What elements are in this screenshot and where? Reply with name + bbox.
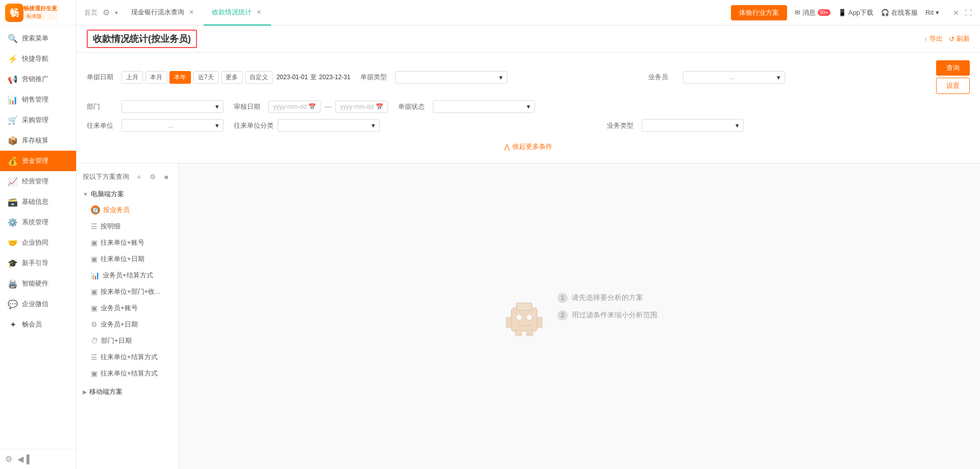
- scheme-item-by-counterpart-dept[interactable]: ▣ 按来单位+部门+收...: [77, 284, 178, 300]
- refresh-btn[interactable]: ↺ 刷新: [949, 34, 970, 43]
- sidebar-item-finance[interactable]: 💰 资金管理: [0, 151, 76, 171]
- date-btn-this-year[interactable]: 本年: [169, 71, 191, 84]
- sidebar-label-inventory: 库存核算: [22, 136, 48, 145]
- headset-icon: 🎧: [881, 9, 889, 16]
- sidebar-item-search[interactable]: 🔍 搜索菜单: [0, 28, 76, 49]
- scheme-item-counterpart-date[interactable]: ▣ 往来单位+日期: [77, 251, 178, 267]
- scheme-item-counterpart-settlement1[interactable]: ☰ 往来单位+结算方式: [77, 349, 178, 365]
- empty-hint-1: 1 请先选择要分析的方案: [557, 293, 657, 303]
- trial-btn[interactable]: 体验行业方案: [731, 5, 787, 20]
- dept-date-icon: ⏱: [91, 337, 98, 345]
- counterpart-settlement2-icon: ▣: [91, 369, 97, 378]
- sidebar-item-marketing[interactable]: 📢 营销推广: [0, 69, 76, 89]
- sidebar-item-hardware[interactable]: 🖨️ 智能硬件: [0, 273, 76, 294]
- svg-point-5: [526, 314, 532, 320]
- review-date-to[interactable]: yyyy-mm-dd 📅: [335, 101, 387, 113]
- filter-row-2: 部门 ▾ 审核日期 yyyy-mm-dd 📅 — yyyy-mm-dd 📅: [87, 100, 970, 113]
- salesperson-account-icon: ▣: [91, 304, 97, 312]
- counterpart-select[interactable]: ... ▾: [121, 119, 224, 132]
- date-to: 2023-12-31: [319, 74, 350, 81]
- scheme-item-counterpart-settlement2[interactable]: ▣ 往来单位+结算方式: [77, 365, 178, 382]
- scheme-add-icon[interactable]: +: [133, 171, 144, 182]
- app-download-btn[interactable]: 📱 App下载: [838, 8, 873, 17]
- messages-btn[interactable]: ✉ 消息 99+: [795, 8, 830, 17]
- sidebar-item-purchase[interactable]: 🛒 采购管理: [0, 110, 76, 130]
- date-btn-this-month[interactable]: 本月: [145, 71, 167, 84]
- review-date-from[interactable]: yyyy-mm-dd 📅: [268, 101, 321, 113]
- counterpart-category-select[interactable]: ▾: [278, 119, 380, 132]
- sidebar-item-enterprise[interactable]: 🤝 企业协同: [0, 232, 76, 253]
- settings-button[interactable]: 设置: [936, 78, 970, 94]
- collapse-filter-btn[interactable]: ⋀ 收起更多条件: [87, 138, 970, 155]
- scheme-item-label-salesperson: 按业务员: [103, 205, 130, 215]
- scheme-item-counterpart-account[interactable]: ▣ 往来单位+账号: [77, 235, 178, 251]
- counterpart-more[interactable]: ...: [166, 122, 175, 129]
- collapse-row: ⋀ 收起更多条件: [87, 138, 970, 155]
- window-close-icon[interactable]: ✕: [952, 9, 960, 17]
- svg-rect-9: [527, 330, 533, 336]
- dept-select[interactable]: ▾: [121, 100, 224, 113]
- sidebar-item-guide[interactable]: 🎓 新手引导: [0, 253, 76, 273]
- tab-bank-close[interactable]: ✕: [187, 8, 195, 16]
- doc-status-select[interactable]: ▾: [433, 100, 535, 113]
- scheme-item-salesperson-account[interactable]: ▣ 业务员+账号: [77, 300, 178, 316]
- scheme-collapse-icon[interactable]: «: [161, 171, 172, 182]
- breadcrumb-home[interactable]: 首页: [84, 8, 97, 17]
- date-btn-last-month[interactable]: 上月: [121, 71, 143, 84]
- sidebar-item-wechat[interactable]: 💬 企业微信: [0, 294, 76, 314]
- header-settings-icon[interactable]: ⚙: [103, 8, 110, 17]
- logo-area: 畅 畅捷通好生意 标准版: [0, 0, 76, 26]
- sidebar-label-purchase: 采购管理: [22, 115, 48, 125]
- scheme-group-desktop: ▼ 电脑端方案 🔄 按业务员 ☰ 按明细 ▣ 往来单位+账号: [77, 186, 178, 382]
- date-btn-more[interactable]: 更多: [221, 71, 242, 84]
- scheme-item-dept-date[interactable]: ⏱ 部门+日期: [77, 333, 178, 349]
- query-btn-group: 查询 设置: [936, 60, 970, 94]
- scheme-group-mobile-header[interactable]: ▶ 移动端方案: [77, 384, 178, 400]
- sidebar-item-inventory[interactable]: 📦 库存核算: [0, 130, 76, 151]
- tab-collection-close[interactable]: ✕: [255, 8, 263, 16]
- tab-bank[interactable]: 现金银行流水查询 ✕: [123, 0, 204, 26]
- scheme-group-desktop-header[interactable]: ▼ 电脑端方案: [77, 186, 178, 202]
- date-btn-7days[interactable]: 近7天: [193, 71, 218, 84]
- quicknav-icon: ⚡: [8, 54, 18, 64]
- scheme-item-salesperson-date[interactable]: ⚙ 业务员+日期: [77, 316, 178, 333]
- sidebar-item-member[interactable]: ✦ 畅会员: [0, 314, 76, 335]
- sidebar-item-sales[interactable]: 📊 销售管理: [0, 89, 76, 110]
- header-dropdown-icon[interactable]: ▾: [115, 9, 118, 16]
- filter-date: 单据日期 上月 本月 本年 近7天 更多 自定义 2023-01-01 至 20…: [87, 71, 350, 84]
- sidebar-item-operations[interactable]: 📈 经营管理: [0, 171, 76, 192]
- svg-rect-3: [517, 303, 532, 311]
- svg-rect-6: [506, 317, 511, 327]
- sidebar-label-enterprise: 企业协同: [22, 238, 48, 247]
- header-tab-list: 现金银行流水查询 ✕ 收款情况统计 ✕: [123, 0, 271, 26]
- sidebar-item-basic[interactable]: 🗃️ 基础信息: [0, 192, 76, 212]
- sidebar-label-search: 搜索菜单: [22, 34, 48, 43]
- tab-collection[interactable]: 收款情况统计 ✕: [204, 0, 271, 26]
- salesperson-more[interactable]: ...: [728, 74, 737, 81]
- sidebar-item-system[interactable]: ⚙️ 系统管理: [0, 212, 76, 232]
- scheme-settings-icon[interactable]: ⚙: [147, 171, 158, 182]
- active-indicator: 🔄: [91, 205, 100, 215]
- purchase-icon: 🛒: [8, 115, 18, 125]
- scheme-item-by-salesperson[interactable]: 🔄 按业务员: [77, 202, 178, 218]
- window-maximize-icon[interactable]: ⛶: [964, 9, 972, 17]
- user-menu[interactable]: Rit ▾: [925, 9, 939, 16]
- svg-rect-8: [516, 330, 522, 336]
- date-btn-custom[interactable]: 自定义: [245, 71, 273, 84]
- collapse-sidebar-icon[interactable]: ◀▐: [17, 454, 29, 464]
- salesperson-settlement-icon: 📊: [91, 271, 100, 279]
- query-button[interactable]: 查询: [936, 60, 970, 76]
- doc-type-select[interactable]: ▾: [395, 71, 507, 84]
- settings-bottom-icon[interactable]: ⚙: [5, 454, 12, 464]
- business-type-select[interactable]: ▾: [642, 119, 744, 132]
- scheme-item-by-detail[interactable]: ☰ 按明细: [77, 218, 178, 235]
- online-service-btn[interactable]: 🎧 在线客服: [881, 8, 918, 17]
- salesperson-date-icon: ⚙: [91, 320, 97, 329]
- counterpart-category-chevron: ▾: [372, 122, 375, 129]
- sidebar-label-hardware: 智能硬件: [22, 279, 48, 288]
- scheme-item-salesperson-settlement[interactable]: 📊 业务员+结算方式: [77, 267, 178, 284]
- salesperson-select[interactable]: ... ▾: [683, 71, 785, 84]
- scheme-panel: 按以下方案查询 + ⚙ « ▼ 电脑端方案 🔄 按业务员: [77, 163, 179, 469]
- export-btn[interactable]: ↑ 导出: [924, 34, 943, 43]
- sidebar-item-quicknav[interactable]: ⚡ 快捷导航: [0, 49, 76, 69]
